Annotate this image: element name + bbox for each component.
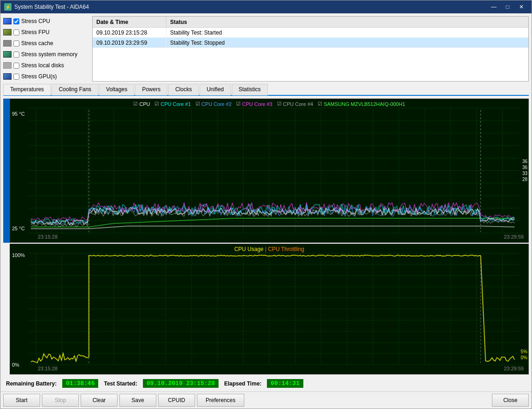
cpuid-button[interactable]: CPUID xyxy=(158,394,195,407)
temp-time-start: 23:15:28 xyxy=(38,234,58,240)
usage-chart-title: CPU Usage | CPU Throttling xyxy=(10,246,528,252)
start-button[interactable]: Start xyxy=(3,394,40,407)
tab-powers[interactable]: Powers xyxy=(135,84,167,95)
bottom-info-bar: Remaining Battery: 01:38:46 Test Started… xyxy=(3,376,529,389)
top-section: Stress CPU Stress FPU Stress cache Stres… xyxy=(3,16,529,82)
usage-y-max: 100% xyxy=(12,252,25,258)
legend-core4: ☑ CPU Core #4 xyxy=(277,101,313,107)
usage-y-min: 0% xyxy=(12,362,19,368)
tab-cooling-fans[interactable]: Cooling Fans xyxy=(52,84,98,95)
temp-right-labels: 36 36 33 28 xyxy=(522,159,527,182)
legend-core2-label: CPU Core #2 xyxy=(201,101,231,107)
temp-y-max: 95 °C xyxy=(12,111,25,117)
legend-core4-label: CPU Core #4 xyxy=(283,101,313,107)
temperature-chart: ☑ CPU ☑ CPU Core #1 ☑ CPU Core #2 ☑ xyxy=(10,99,529,243)
maximize-button[interactable]: □ xyxy=(501,2,514,12)
tabs-section: Temperatures Cooling Fans Voltages Power… xyxy=(3,83,529,96)
tab-clocks[interactable]: Clocks xyxy=(168,84,199,95)
tab-unified[interactable]: Unified xyxy=(200,84,231,95)
usage-canvas xyxy=(10,244,528,374)
save-button[interactable]: Save xyxy=(119,394,156,407)
stress-item-cache: Stress cache xyxy=(3,38,89,48)
legend-core2: ☑ CPU Core #2 xyxy=(195,101,231,107)
title-bar-buttons: — □ ✕ xyxy=(487,2,528,12)
charts-area: ☑ CPU ☑ CPU Core #1 ☑ CPU Core #2 ☑ xyxy=(3,99,529,374)
temp-y-min: 25 °C xyxy=(12,226,25,231)
tab-temperatures[interactable]: Temperatures xyxy=(3,84,51,95)
stress-gpu-checkbox[interactable] xyxy=(13,74,19,80)
stress-fpu-checkbox[interactable] xyxy=(13,29,19,35)
stress-gpu-label: Stress GPU(s) xyxy=(21,73,57,80)
legend-core1-check: ☑ xyxy=(154,101,159,107)
tab-statistics[interactable]: Statistics xyxy=(232,84,268,95)
log-cell-datetime-0: 09.10.2019 23:15:28 xyxy=(93,28,166,37)
action-bar: Start Stop Clear Save CPUID Preferences … xyxy=(0,391,532,409)
legend-core4-check: ☑ xyxy=(277,101,282,107)
log-header-status: Status xyxy=(166,17,259,27)
log-header-datetime: Date & Time xyxy=(93,17,166,27)
temp-right-36a: 36 xyxy=(522,159,527,164)
log-row-0[interactable]: 09.10.2019 23:15:28 Stability Test: Star… xyxy=(93,28,528,38)
temp-right-33: 33 xyxy=(522,171,527,176)
legend-cpu: ☑ CPU xyxy=(133,101,150,107)
stress-item-fpu: Stress FPU xyxy=(3,27,89,37)
log-panel: Date & Time Status 09.10.2019 23:15:28 S… xyxy=(92,16,529,82)
log-cell-datetime-1: 09.10.2019 23:29:59 xyxy=(93,38,166,47)
close-button[interactable]: Close xyxy=(492,394,529,407)
stress-item-gpu: Stress GPU(s) xyxy=(3,71,89,82)
legend-core3-check: ☑ xyxy=(236,101,241,107)
log-header: Date & Time Status xyxy=(93,17,528,28)
window-title: System Stability Test - AIDA64 xyxy=(14,4,89,10)
usage-time-end: 23:29:59 xyxy=(504,366,524,371)
usage-right-5: 5% xyxy=(521,349,527,354)
usage-separator: | xyxy=(264,246,268,252)
stress-disk-label: Stress local disks xyxy=(21,62,64,69)
chart-blue-indicator xyxy=(3,99,10,243)
usage-right-labels: 5% 0% xyxy=(521,349,527,360)
mem-icon xyxy=(3,51,12,58)
legend-core2-check: ☑ xyxy=(195,101,200,107)
log-cell-status-0: Stability Test: Started xyxy=(166,28,259,37)
legend-cpu-label: CPU xyxy=(139,101,150,107)
legend-samsung-check: ☑ xyxy=(318,101,322,107)
cpu-usage-label: CPU Usage xyxy=(234,246,263,252)
gpu-icon xyxy=(3,73,12,80)
usage-time-start: 23:15:28 xyxy=(38,366,58,371)
usage-chart: CPU Usage | CPU Throttling 100% 0% 23:15… xyxy=(10,244,529,374)
fpu-icon xyxy=(3,29,12,35)
bottom-spacer xyxy=(3,244,10,374)
tab-bar: Temperatures Cooling Fans Voltages Power… xyxy=(3,83,529,96)
stress-mem-checkbox[interactable] xyxy=(13,52,19,58)
stress-cache-checkbox[interactable] xyxy=(13,41,19,47)
stress-item-disk: Stress local disks xyxy=(3,60,89,70)
tab-voltages[interactable]: Voltages xyxy=(99,84,134,95)
legend-samsung-label: SAMSUNG MZVLB512HAIQ-000H1 xyxy=(324,101,405,107)
temp-right-36b: 36 xyxy=(522,165,527,170)
temperature-canvas xyxy=(10,99,528,242)
preferences-button[interactable]: Preferences xyxy=(197,394,244,407)
cache-icon xyxy=(3,40,12,47)
stress-disk-checkbox[interactable] xyxy=(13,63,19,69)
clear-button[interactable]: Clear xyxy=(81,394,118,407)
stop-button[interactable]: Stop xyxy=(42,394,79,407)
title-bar: ⚡ System Stability Test - AIDA64 — □ ✕ xyxy=(0,0,532,13)
minimize-button[interactable]: — xyxy=(487,2,500,12)
main-window: ⚡ System Stability Test - AIDA64 — □ ✕ S… xyxy=(0,0,532,409)
legend-core1: ☑ CPU Core #1 xyxy=(154,101,190,107)
stress-options: Stress CPU Stress FPU Stress cache Stres… xyxy=(3,16,89,82)
legend-core1-label: CPU Core #1 xyxy=(160,101,190,107)
log-row-1[interactable]: 09.10.2019 23:29:59 Stability Test: Stop… xyxy=(93,38,528,48)
titlebar-close-button[interactable]: ✕ xyxy=(515,2,528,12)
battery-label: Remaining Battery: xyxy=(6,380,57,387)
legend-cpu-check: ☑ xyxy=(133,101,138,107)
log-cell-status-1: Stability Test: Stopped xyxy=(166,38,259,47)
disk-icon xyxy=(3,62,12,69)
chart-top-legend: ☑ CPU ☑ CPU Core #1 ☑ CPU Core #2 ☑ xyxy=(10,101,528,107)
temp-right-28: 28 xyxy=(522,177,527,182)
elapsed-value: 00:14:31 xyxy=(267,379,303,388)
stress-item-cpu: Stress CPU xyxy=(3,16,89,26)
stress-cache-label: Stress cache xyxy=(21,40,53,47)
cpu-throttling-label: CPU Throttling xyxy=(268,246,304,252)
temp-time-end: 23:29:59 xyxy=(504,234,524,240)
stress-cpu-checkbox[interactable] xyxy=(13,18,19,24)
